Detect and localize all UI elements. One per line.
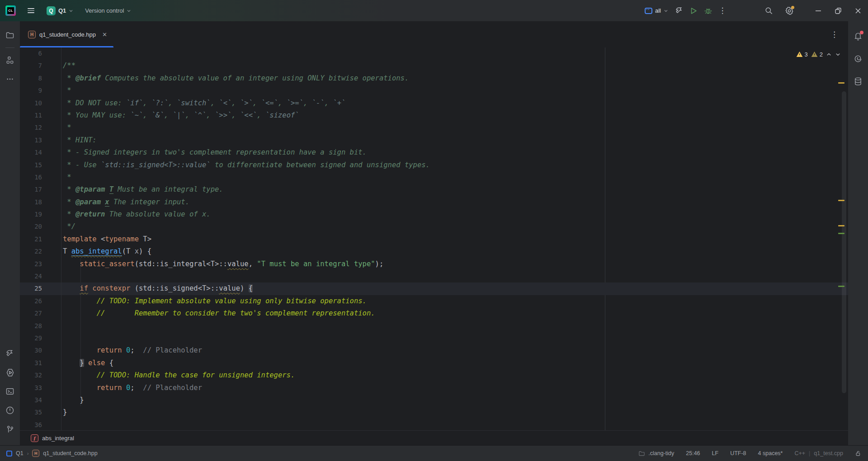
code-line[interactable]: 11 * You MAY use: `~`, `&`, `|`, `^`, `>… [20,109,848,122]
error-stripe-mark[interactable] [838,225,844,226]
close-button[interactable] [848,3,868,19]
error-stripe-mark[interactable] [838,233,844,234]
function-icon: f [31,434,38,442]
run-configuration-widget[interactable]: all [641,5,672,16]
project-name: Q1 [58,7,66,14]
debug-button[interactable] [701,4,715,18]
file-lock-widget[interactable] [855,450,862,457]
code-line[interactable]: 22T abs_integral(T x) { [20,245,848,258]
run-button[interactable] [686,4,701,18]
code-line[interactable]: 31 } else { [20,357,848,369]
run-tool-window-button[interactable] [2,365,18,380]
code-line[interactable]: 13 * HINT: [20,134,848,146]
code-line[interactable]: 32 // TODO: Handle the case for unsigned… [20,369,848,381]
pipe-separator: | [809,450,810,456]
ide-window: CL Q Q1 Version control all [0,0,868,461]
main-menu-button[interactable] [23,4,38,18]
next-highlight-button[interactable] [835,52,841,57]
version-control-tool-window-button[interactable] [2,422,18,437]
tab-close-icon[interactable]: ✕ [102,31,107,38]
code-line[interactable]: 17 * @tparam T Must be an integral type. [20,183,848,196]
line-number: 15 [20,159,61,171]
line-number: 28 [20,320,61,332]
line-number: 12 [20,122,61,134]
build-button[interactable] [672,4,686,18]
code-line[interactable]: 16 * [20,171,848,183]
weak-warnings-badge[interactable]: 2 [811,51,823,58]
vcs-widget[interactable]: Version control [81,5,135,16]
project-tool-window-button[interactable] [2,28,18,43]
minimize-button[interactable] [808,3,828,19]
code-line[interactable]: 33 return 0; // Placeholder [20,382,848,394]
code-editor[interactable]: 67/**8 * @brief Computes the absolute va… [20,47,848,430]
settings-button[interactable] [782,4,797,18]
editor-tab-bar: H q1_student_code.hpp ✕ ⋮ [20,21,848,47]
terminal-tool-window-button[interactable] [2,384,18,399]
code-line[interactable]: 20 */ [20,221,848,233]
code-line[interactable]: 29 [20,332,848,344]
title-bar-left: CL Q Q1 Version control [5,4,135,18]
code-line[interactable]: 25 if constexpr (std::is_signed<T>::valu… [20,282,848,295]
line-number: 23 [20,258,61,270]
editor-scrollbar[interactable] [842,91,846,393]
structure-tool-window-button[interactable] [2,52,18,68]
code-line[interactable]: 12 * [20,122,848,134]
breadcrumb-function[interactable]: abs_integral [42,435,74,442]
line-number: 34 [20,394,61,406]
line-number: 11 [20,109,61,122]
line-ending-widget[interactable]: LF [712,450,719,456]
code-line[interactable]: 24 [20,270,848,282]
title-bar: CL Q Q1 Version control all [0,0,868,21]
code-line[interactable]: 34 } [20,394,848,406]
tab-options-button[interactable]: ⋮ [830,30,838,39]
notification-dot [860,31,863,34]
indent-widget[interactable]: 4 spaces* [758,450,783,456]
tab-q1-student-code[interactable]: H q1_student_code.hpp ✕ [20,21,113,47]
code-line[interactable]: 10 * DO NOT use: `if`, `?:`, `switch`, `… [20,97,848,109]
code-line[interactable]: 14 * - Signed integers in two's compleme… [20,146,848,159]
encoding-widget[interactable]: UTF-8 [730,450,746,456]
title-bar-right: all ⋮ [641,3,868,19]
code-line[interactable]: 7/** [20,60,848,72]
code-line[interactable]: 9 * [20,85,848,97]
caret-position-widget[interactable]: 25:46 [686,450,700,456]
code-line[interactable]: 26 // TODO: Implement absolute value usi… [20,295,848,307]
code-line[interactable]: 19 * @return The absolute value of x. [20,208,848,221]
notifications-button[interactable] [850,28,866,44]
code-line[interactable]: 35} [20,406,848,419]
code-line[interactable]: 6 [20,47,848,60]
code-line[interactable]: 28 [20,320,848,332]
code-line[interactable]: 18 * @param x The integer input. [20,196,848,208]
error-stripe-mark[interactable] [838,82,844,84]
code-area[interactable]: 67/**8 * @brief Computes the absolute va… [20,47,848,430]
restore-button[interactable] [828,3,848,19]
error-stripe-mark[interactable] [838,286,844,287]
code-line[interactable]: 21template <typename T> [20,233,848,245]
problems-tool-window-button[interactable] [2,403,18,418]
warnings-badge[interactable]: 3 [796,51,808,58]
more-tool-windows-button[interactable] [2,71,18,87]
inspections-widget[interactable]: 3 2 [796,49,841,60]
statusbar-project[interactable]: Q1 [16,450,24,456]
line-number: 18 [20,196,61,208]
language-context-widget[interactable]: C++ | q1_test.cpp [794,450,843,456]
clang-tidy-widget[interactable]: .clang-tidy [638,450,674,457]
code-line[interactable]: 36 [20,419,848,430]
header-file-icon: H [28,31,36,38]
stripe-divider [5,47,14,48]
code-line[interactable]: 30 return 0; // Placeholder [20,344,848,357]
build-tool-window-button[interactable] [2,346,18,361]
code-line[interactable]: 15 * - Use `std::is_signed<T>::value` to… [20,159,848,171]
project-widget[interactable]: Q Q1 [43,5,77,17]
code-line[interactable]: 23 static_assert(std::is_integral<T>::va… [20,258,848,270]
previous-highlight-button[interactable] [826,52,832,57]
statusbar-file[interactable]: q1_student_code.hpp [43,450,97,456]
more-actions-button[interactable]: ⋮ [715,4,730,18]
ai-assistant-button[interactable] [850,51,866,66]
project-icon: Q [47,6,56,15]
search-everywhere-button[interactable] [761,4,776,18]
code-line[interactable]: 8 * @brief Computes the absolute value o… [20,72,848,85]
error-stripe-mark[interactable] [838,200,844,201]
code-line[interactable]: 27 // Remember to consider the two's com… [20,307,848,320]
database-button[interactable] [850,74,866,89]
